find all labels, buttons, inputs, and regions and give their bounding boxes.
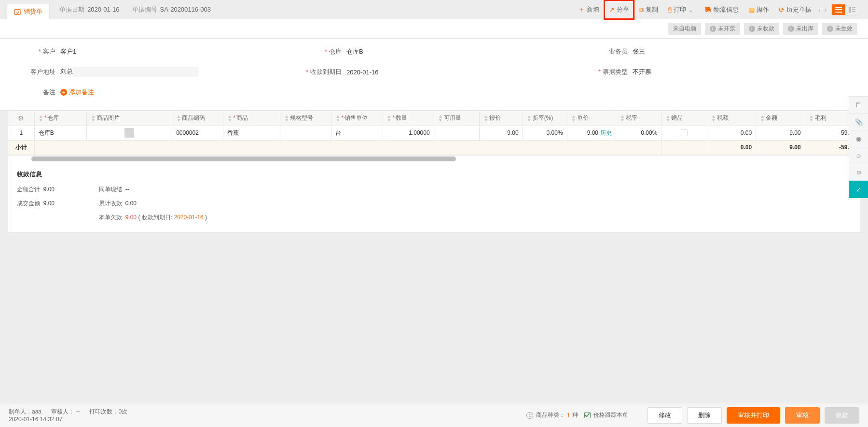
col-tax[interactable]: ▲▼税额 xyxy=(707,111,756,126)
field-salesman: 业务员 张三 xyxy=(587,47,854,56)
col-image[interactable]: ▲▼商品图片 xyxy=(87,111,172,126)
new-button[interactable]: ＋新增 xyxy=(573,0,604,19)
col-spec[interactable]: ▲▼规格型号 xyxy=(280,111,331,126)
badge-from-pc: 来自电脑 xyxy=(668,23,701,35)
line-items-table: ⚙ ▲▼*仓库 ▲▼商品图片 ▲▼商品编码 ▲▼*商品 ▲▼规格型号 ▲▼*销售… xyxy=(8,111,860,156)
subtotal-amount: 9.00 xyxy=(756,140,805,155)
field-remark: 备注 +添加备注 xyxy=(14,88,281,97)
row-sku[interactable]: 0000002 xyxy=(172,126,223,140)
doc-no-label: 单据编号 xyxy=(132,5,157,14)
row-gift[interactable] xyxy=(661,126,707,140)
row-discount[interactable]: 0.00% xyxy=(523,126,567,140)
warehouse-value[interactable]: 仓库B xyxy=(346,47,363,56)
customer-value[interactable]: 客户1 xyxy=(60,47,76,56)
info-icon: i xyxy=(710,26,716,32)
row-quote[interactable]: 9.00 xyxy=(480,126,523,140)
svg-rect-2 xyxy=(852,7,855,8)
col-taxrate[interactable]: ▲▼税率 xyxy=(616,111,661,126)
share-icon: ↗ xyxy=(609,6,615,14)
sidebar-attach-button[interactable]: 📎 xyxy=(849,113,868,130)
horizontal-scrollbar[interactable] xyxy=(8,156,860,162)
due-date-value[interactable]: 2020-01-16 xyxy=(346,69,379,76)
doc-date-value: 2020-01-16 xyxy=(87,6,120,13)
col-discount[interactable]: ▲▼折率(%) xyxy=(523,111,567,126)
row-qty[interactable]: 1.00000 xyxy=(383,126,434,140)
nav-next-icon[interactable]: › xyxy=(823,6,828,14)
receive-button[interactable]: 收款 xyxy=(825,407,859,424)
view-form-button[interactable] xyxy=(845,4,859,15)
copy-button[interactable]: ⧉复制 xyxy=(634,0,663,19)
scan-icon: ⧈ xyxy=(857,169,861,176)
svg-rect-4 xyxy=(852,11,855,12)
document-tab[interactable]: 销货单 xyxy=(7,4,50,19)
col-warehouse[interactable]: ▲▼*仓库 xyxy=(34,111,87,126)
badge-no-invoice: i未开票 xyxy=(705,23,740,35)
info-icon: i xyxy=(827,26,833,32)
row-taxrate[interactable]: 0.00% xyxy=(616,126,661,140)
col-quote[interactable]: ▲▼报价 xyxy=(480,111,523,126)
address-value[interactable]: 刘总 xyxy=(60,67,198,77)
badge-no-receipt: i未收款 xyxy=(744,23,779,35)
price-follow-checkbox[interactable] xyxy=(584,412,591,418)
redacted-address xyxy=(73,67,198,77)
approve-button[interactable]: 审核 xyxy=(785,407,820,424)
row-unit[interactable]: 台 xyxy=(331,126,383,140)
gift-checkbox[interactable] xyxy=(681,129,688,136)
svg-rect-1 xyxy=(849,7,851,13)
document-tab-label: 销货单 xyxy=(24,7,42,16)
form-panel: *客户 客户1 *仓库 仓库B 业务员 张三 客户地址 刘总 *收款到期日 20… xyxy=(0,39,868,111)
price-history-link[interactable]: 历史 xyxy=(600,129,612,136)
sidebar-preview-button[interactable]: ◉ xyxy=(849,130,868,147)
badge-no-out: i未出库 xyxy=(783,23,818,35)
sidebar-user-button[interactable]: ☺ xyxy=(849,147,868,164)
delete-button[interactable]: 删除 xyxy=(687,407,722,424)
doc-date-label: 单据日期 xyxy=(59,5,84,14)
add-remark-button[interactable]: +添加备注 xyxy=(60,88,94,97)
payment-info-panel: 收款信息 金额合计 9.00 同单现结 -- 成交金额 9.00 累计收款 0.… xyxy=(8,162,860,233)
print-icon: ⎙ xyxy=(668,6,672,14)
debt-label: 本单欠款 9.00 ( 收款到期日: 2020-01-16 ) xyxy=(99,214,244,222)
col-sku[interactable]: ▲▼商品编码 xyxy=(172,111,223,126)
view-list-button[interactable] xyxy=(832,4,845,15)
history-button[interactable]: ⟳历史单据 xyxy=(774,0,816,19)
scrollbar-thumb[interactable] xyxy=(31,157,456,161)
header-meta: 单据日期 2020-01-16 单据编号 SA-20200116-003 xyxy=(59,5,223,14)
note-icon: 🗒 xyxy=(855,101,862,109)
table-header: ⚙ ▲▼*仓库 ▲▼商品图片 ▲▼商品编码 ▲▼*商品 ▲▼规格型号 ▲▼*销售… xyxy=(8,111,860,126)
col-avail[interactable]: ▲▼可用量 xyxy=(434,111,479,126)
info-icon: i xyxy=(749,26,755,32)
row-spec[interactable] xyxy=(280,126,331,140)
user-icon: ☺ xyxy=(855,152,862,159)
payment-title: 收款信息 xyxy=(17,170,851,179)
price-follow-label: 价格跟踪本单 xyxy=(593,411,628,419)
sidebar-note-button[interactable]: 🗒 xyxy=(849,96,868,114)
logistics-button[interactable]: ⛟物流信息 xyxy=(700,0,744,19)
edit-button[interactable]: 修改 xyxy=(648,407,682,424)
col-settings[interactable]: ⚙ xyxy=(8,111,34,126)
approve-print-button[interactable]: 审核并打印 xyxy=(727,407,780,424)
col-product[interactable]: ▲▼*商品 xyxy=(223,111,280,126)
col-gift[interactable]: ▲▼赠品 xyxy=(661,111,707,126)
row-warehouse[interactable]: 仓库B xyxy=(34,126,87,140)
salesman-value[interactable]: 张三 xyxy=(633,47,645,56)
sidebar-scan-button[interactable]: ⧈ xyxy=(849,164,868,181)
print-button[interactable]: ⎙打印⌄ xyxy=(663,0,700,19)
table-row[interactable]: 1 仓库B 0000002 香蕉 台 1.00000 9.00 0.00% 9.… xyxy=(8,126,860,140)
deal-amount-label: 成交金额 9.00 xyxy=(17,199,99,208)
row-price[interactable]: 9.00历史 xyxy=(567,126,616,140)
row-product[interactable]: 香蕉 xyxy=(223,126,280,140)
share-button[interactable]: ↗分享 xyxy=(604,0,634,19)
truck-icon: ⛟ xyxy=(705,6,712,14)
invoice-type-value[interactable]: 不开票 xyxy=(633,68,651,76)
col-qty[interactable]: ▲▼*数量 xyxy=(383,111,434,126)
sidebar-expand-button[interactable]: ⤢ xyxy=(849,181,868,198)
history-icon: ⟳ xyxy=(779,6,785,14)
col-amount[interactable]: ▲▼金额 xyxy=(756,111,805,126)
col-unit[interactable]: ▲▼*销售单位 xyxy=(331,111,383,126)
row-image[interactable] xyxy=(87,126,172,140)
operate-button[interactable]: ▦操作 xyxy=(744,0,774,19)
nav-prev-icon[interactable]: ‹ xyxy=(816,6,822,14)
col-price[interactable]: ▲▼单价 xyxy=(567,111,616,126)
expand-icon: ⤢ xyxy=(856,186,861,193)
copyright-icon: c xyxy=(526,412,533,419)
